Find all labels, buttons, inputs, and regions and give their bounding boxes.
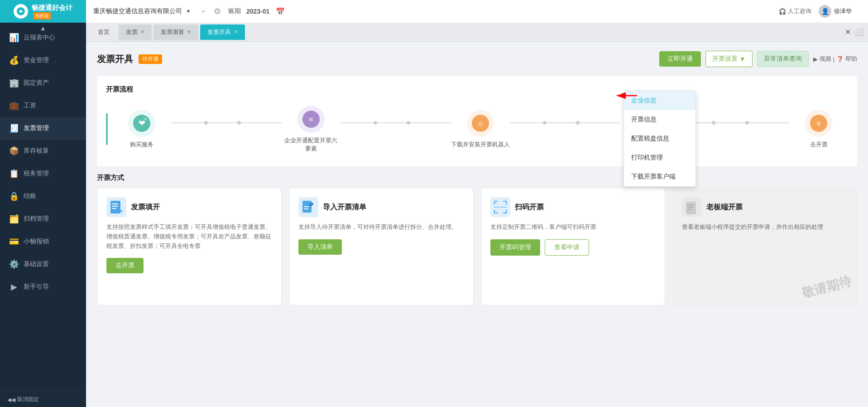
svg-rect-18 xyxy=(304,206,309,207)
invoice-icon: 🧾 xyxy=(9,123,19,133)
sidebar-item-assets-label: 固定资产 xyxy=(24,79,49,87)
user-name: 徐泽华 xyxy=(834,7,852,15)
tab-issue[interactable]: 发票开具 ✕ xyxy=(200,24,245,40)
svg-text:≡: ≡ xyxy=(309,116,313,123)
tab-home[interactable]: 首页 xyxy=(91,24,117,40)
settings-dropdown-menu: 企业信息 开票信息 配置税盘信息 打印机管理 下载开票客户端 xyxy=(623,91,696,187)
step3-label: 下载并安装开票机器人 xyxy=(451,141,510,149)
connector-dot-1 xyxy=(204,121,208,125)
assets-icon: 🏢 xyxy=(9,78,19,88)
content-area: 首页 发票 ✕ 发票测算 ✕ 发票开具 ✕ ✕ ⬜ xyxy=(86,23,868,407)
methods-section-title: 开票方式 xyxy=(97,174,857,182)
svg-rect-30 xyxy=(687,204,694,205)
svg-rect-31 xyxy=(687,207,694,208)
maximize-btn[interactable]: ⬜ xyxy=(854,28,863,36)
video-help-area: ▶ 视频 | ❓ 帮助 xyxy=(813,55,857,63)
connector-dot-3 xyxy=(374,121,377,125)
boss-card-desc: 查看老板端小程序提交的开票申请，并作出相应的处理 xyxy=(682,223,848,232)
play-icon[interactable]: ▶ xyxy=(813,56,818,63)
flow-step-2: ≡ 企业开通配置开票六要素 xyxy=(282,106,340,153)
company-area: 重庆畅捷交通信息咨询有限公司 ▼ ＋ ⚙ 账期 2023-01 📅 🎧 人工咨询… xyxy=(86,0,868,23)
scan-card-title: 扫码开票 xyxy=(515,203,544,212)
headset-icon: 🎧 xyxy=(779,8,786,15)
step1-label: 购买服务 xyxy=(130,141,153,149)
chevron-down-icon: ▼ xyxy=(739,55,746,63)
method-card-fill: 发票填开 支持按照发票样式手工填开发票；可开具增值税电子普通发票、增值税普通发票… xyxy=(97,188,282,305)
calendar-icon[interactable]: 📅 xyxy=(276,7,285,16)
svg-text:≡: ≡ xyxy=(816,120,820,127)
sidebar-item-funds[interactable]: 💰 资金管理 xyxy=(0,49,86,72)
sidebar-item-inventory[interactable]: 📦 库存核算 xyxy=(0,140,86,162)
unpin-icon: ◀◀ xyxy=(7,397,15,403)
svg-rect-16 xyxy=(112,208,116,209)
dropdown-item-printer[interactable]: 打印机管理 xyxy=(624,148,695,167)
status-badge: 待开通 xyxy=(139,54,162,64)
svg-rect-32 xyxy=(687,209,692,210)
tab-estimate[interactable]: 发票测算 ✕ xyxy=(153,24,198,40)
company-name: 重庆畅捷交通信息咨询有限公司 xyxy=(93,7,182,15)
boss-card-title: 老板端开票 xyxy=(706,203,743,212)
dropdown-item-company[interactable]: 企业信息 xyxy=(624,91,695,110)
sidebar-item-close[interactable]: 🔒 结账 xyxy=(0,185,86,208)
consult-button[interactable]: 🎧 人工咨询 xyxy=(779,7,811,15)
view-apply-button[interactable]: 查看申请 xyxy=(545,239,589,256)
tab-close-issue[interactable]: ✕ xyxy=(234,29,238,35)
flow-step-3: ☺ 下载并安装开票机器人 xyxy=(451,110,510,149)
fill-invoice-button[interactable]: 去开票 xyxy=(106,258,144,273)
dropdown-item-invoice-info[interactable]: 开票信息 xyxy=(624,110,695,129)
svg-text:☺: ☺ xyxy=(476,120,484,127)
sidebar-item-archive-label: 归档管理 xyxy=(24,215,49,223)
dropdown-icon[interactable]: ▼ xyxy=(186,8,191,15)
dropdown-item-client[interactable]: 下载开票客户端 xyxy=(624,167,695,186)
scroll-up-btn[interactable]: ▲ xyxy=(0,23,86,26)
activate-button[interactable]: 立即开通 xyxy=(659,51,701,67)
method-card-import-header: 导入开票清单 xyxy=(298,197,464,217)
sidebar-item-assets[interactable]: 🏢 固定资产 xyxy=(0,72,86,94)
avatar: 👤 xyxy=(819,5,831,18)
settings-dropdown-container: 开票设置 ▼ xyxy=(705,51,753,67)
exception-button[interactable]: 异常清单查询 xyxy=(757,51,809,67)
sidebar-item-settings[interactable]: ⚙️ 基础设置 xyxy=(0,253,86,276)
sidebar-item-tax[interactable]: 📋 税务管理 xyxy=(0,162,86,185)
svg-rect-14 xyxy=(112,204,118,204)
tab-close-estimate[interactable]: ✕ xyxy=(187,29,191,35)
page-title: 发票开具 xyxy=(97,53,133,65)
dropdown-item-tax-disk[interactable]: 配置税盘信息 xyxy=(624,129,695,148)
svg-text:+: + xyxy=(144,116,147,122)
close-tab-btn[interactable]: ✕ xyxy=(845,28,851,36)
sidebar-item-guide[interactable]: ▶ 新手引导 xyxy=(0,276,86,298)
settings-icon[interactable]: ⚙ xyxy=(214,6,221,16)
settings-nav-icon: ⚙️ xyxy=(9,259,19,269)
import-card-desc: 支持导入待开票清单，可对待开票清单进行拆分、合并处理。 xyxy=(298,223,464,232)
method-card-import: 导入开票清单 支持导入待开票清单，可对待开票清单进行拆分、合并处理。 导入清单 xyxy=(289,188,474,305)
step2-label: 企业开通配置开票六要素 xyxy=(284,136,338,153)
sidebar-item-salary[interactable]: 💼 工资 xyxy=(0,94,86,117)
tab-close-invoice[interactable]: ✕ xyxy=(140,29,144,35)
unpin-button[interactable]: ◀◀ 取消固定 xyxy=(0,392,86,407)
settings-button[interactable]: 开票设置 ▼ xyxy=(705,51,753,67)
step5-label: 去开票 xyxy=(810,141,828,149)
method-card-scan-header: 扫码开票 xyxy=(490,197,656,217)
connector-dot-2 xyxy=(237,121,241,125)
add-icon[interactable]: ＋ xyxy=(200,7,206,15)
sidebar-item-close-label: 结账 xyxy=(24,192,36,200)
page-content: 发票开具 待开通 立即开通 开票设置 ▼ 异常清单查询 ▶ 视频 xyxy=(86,42,868,407)
fill-icon xyxy=(106,197,126,217)
sidebar-item-archive[interactable]: 🗂️ 归档管理 xyxy=(0,208,86,230)
sidebar-item-salary-label: 工资 xyxy=(24,102,36,110)
question-icon: ❓ xyxy=(836,56,844,63)
qr-manage-button[interactable]: 开票码管理 xyxy=(490,239,540,256)
period-value: 2023-01 xyxy=(246,8,269,15)
tab-right-controls: ✕ ⬜ xyxy=(845,28,863,36)
sidebar-item-inventory-label: 库存核算 xyxy=(24,147,49,155)
sidebar-item-expense-label: 小畅报销 xyxy=(24,237,49,246)
expense-icon: 💳 xyxy=(9,237,19,247)
sidebar-item-reports[interactable]: 📊 云报表中心 xyxy=(0,26,86,49)
sidebar-item-expense[interactable]: 💳 小畅报销 xyxy=(0,230,86,253)
step2-icon: ≡ xyxy=(297,106,325,133)
tab-invoice[interactable]: 发票 ✕ xyxy=(119,24,152,40)
coming-soon-watermark: 敬请期待 xyxy=(800,272,854,302)
import-list-button[interactable]: 导入清单 xyxy=(298,239,342,255)
sidebar-item-invoice[interactable]: 🧾 发票管理 xyxy=(0,117,86,140)
connector-dot-8 xyxy=(745,121,749,125)
